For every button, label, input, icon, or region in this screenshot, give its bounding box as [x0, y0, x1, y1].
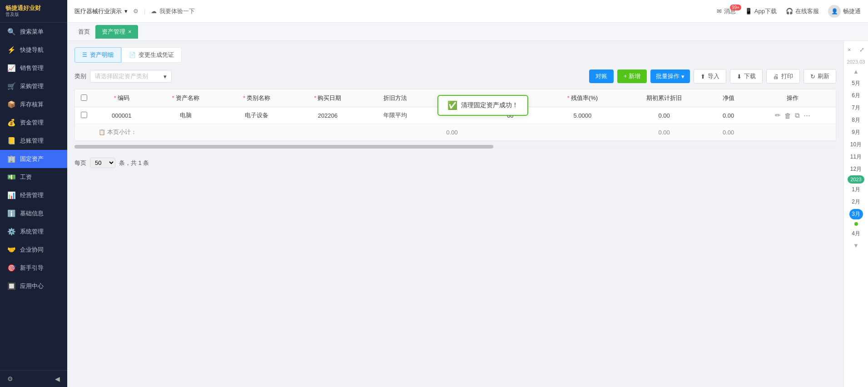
cell-actions: ✏ 🗑 ⧉ ⋯	[749, 107, 836, 124]
refresh-label: 刷新	[818, 72, 829, 80]
message-btn[interactable]: ✉ 消息 99+	[717, 7, 736, 15]
online-service-btn[interactable]: 🎧 在线客服	[786, 7, 819, 15]
sidebar-icon-basic-info: ℹ️	[7, 209, 15, 218]
sidebar-item-quick-nav[interactable]: ⚡快捷导航	[0, 41, 67, 59]
message-badge: 99+	[730, 5, 741, 10]
sidebar-item-sales[interactable]: 📈销售管理	[0, 59, 67, 77]
th-category: *类别名称	[221, 89, 292, 107]
sidebar-icon-app-center: 🔲	[7, 282, 15, 290]
month-item-1[interactable]: 1月	[844, 184, 868, 196]
batch-ops-label: 批量操作	[656, 72, 680, 80]
scroll-down-icon[interactable]: ▼	[844, 240, 868, 251]
edit-icon[interactable]: ✏	[775, 111, 781, 119]
category-filter[interactable]: 请选择固定资产类别 ▾	[90, 70, 172, 83]
sidebar-icon-enterprise: 🤝	[7, 246, 15, 254]
toolbar: 类别 请选择固定资产类别 ▾ 对账 + 新增 批量操作 ▾	[74, 69, 836, 84]
reconcile-btn[interactable]: 对账	[589, 69, 614, 83]
th-net-value: 净值	[707, 89, 749, 107]
sidebar-item-ledger[interactable]: 📒总账管理	[0, 132, 67, 150]
subtotal-icon: 📋	[99, 129, 105, 135]
reconcile-label: 对账	[595, 72, 607, 80]
select-all-checkbox[interactable]	[81, 94, 87, 101]
sidebar-item-payroll[interactable]: 💵工资	[0, 168, 67, 186]
row-checkbox[interactable]	[81, 112, 87, 118]
phone-icon: 📱	[745, 8, 752, 15]
main-area: 医疗器械行业演示 ▾ ⚙ | ☁ 我要体验一下 ✉ 消息 99+ 📱 App下载…	[67, 0, 868, 387]
new-btn[interactable]: + 新增	[617, 69, 647, 83]
horizontal-scrollbar[interactable]	[74, 145, 836, 149]
refresh-btn[interactable]: ↻ 刷新	[804, 69, 836, 84]
tab-home[interactable]: 首页	[74, 25, 94, 39]
headset-icon: 🎧	[786, 8, 793, 15]
more-icon[interactable]: ⋯	[804, 111, 810, 119]
month-item-8[interactable]: 8月	[844, 114, 868, 126]
sidebar-icon-inventory: 📦	[7, 100, 15, 109]
sidebar-icon-quick-nav: ⚡	[7, 46, 15, 54]
sidebar-item-basic-info[interactable]: ℹ️基础信息	[0, 204, 67, 223]
import-btn[interactable]: ⬆ 导入	[694, 69, 726, 84]
scroll-indicator	[854, 222, 858, 226]
month-item-5[interactable]: 5月	[844, 77, 868, 89]
download-btn[interactable]: ⬇ 下载	[730, 69, 763, 84]
filter-label: 类别	[74, 72, 86, 80]
collapse-icon[interactable]: ◀	[55, 375, 60, 382]
batch-ops-btn[interactable]: 批量操作 ▾	[650, 69, 690, 83]
company-name: 医疗器械行业演示	[74, 7, 122, 15]
copy-icon[interactable]: ⧉	[795, 111, 800, 119]
month-item-7[interactable]: 7月	[844, 102, 868, 114]
month-item-6[interactable]: 6月	[844, 89, 868, 102]
sidebar-item-fixed-assets[interactable]: 🏢固定资产	[0, 150, 67, 168]
th-action: 操作	[749, 89, 836, 107]
sidebar-item-inventory[interactable]: 📦库存核算	[0, 95, 67, 114]
tab-close-icon[interactable]: ×	[128, 28, 132, 35]
month-item-12[interactable]: 12月	[844, 163, 868, 175]
subtotal-initial: 0.00	[621, 124, 707, 141]
print-btn[interactable]: 🖨 打印	[766, 69, 800, 84]
th-name: *资产名称	[150, 89, 221, 107]
tab-active-label: 资产管理	[102, 28, 125, 36]
month-item-11[interactable]: 11月	[844, 151, 868, 163]
sidebar-item-enterprise[interactable]: 🤝企业协同	[0, 241, 67, 259]
cell-residual-rate: 5.0000	[544, 107, 621, 124]
month-item-4[interactable]: 4月	[844, 228, 868, 240]
experience-btn[interactable]: ☁ 我要体验一下	[151, 7, 195, 15]
user-avatar-area[interactable]: 👤 畅捷通	[828, 5, 861, 18]
content: ☰ 资产明细 📄 变更生成凭证 类别 请选择固定资产类别 ▾	[67, 41, 868, 387]
scroll-up-icon[interactable]: ▲	[844, 66, 868, 77]
sidebar-item-operations[interactable]: 📊经营管理	[0, 186, 67, 204]
document-icon: 📄	[129, 52, 136, 58]
sidebar-header: 畅捷通好业财 普及版	[0, 0, 67, 23]
app-download-btn[interactable]: 📱 App下载	[745, 7, 777, 15]
cell-category: 电子设备	[221, 107, 292, 124]
th-initial-depreciation: 期初累计折旧	[621, 89, 707, 107]
sidebar-item-purchase[interactable]: 🛒采购管理	[0, 77, 67, 95]
cell-initial-depreciation: 0.00	[621, 107, 707, 124]
sub-tab-change-voucher[interactable]: 📄 变更生成凭证	[121, 47, 182, 63]
sidebar-item-app-center[interactable]: 🔲应用中心	[0, 277, 67, 295]
cloud-icon: ☁	[151, 8, 157, 15]
close-panel-icon[interactable]: ×	[848, 46, 851, 53]
per-page-select[interactable]: 50 100 200	[90, 158, 115, 168]
sidebar-label-enterprise: 企业协同	[20, 246, 44, 254]
sub-tabs: ☰ 资产明细 📄 变更生成凭证	[74, 47, 836, 63]
month-item-9[interactable]: 9月	[844, 126, 868, 139]
settings-icon[interactable]: ⚙	[7, 375, 13, 382]
sidebar-item-search[interactable]: 🔍搜索菜单	[0, 23, 67, 41]
scrollbar-thumb[interactable]	[74, 145, 493, 149]
month-item-10[interactable]: 10月	[844, 139, 868, 151]
gear-icon[interactable]: ⚙	[133, 8, 139, 15]
sidebar-label-app-center: 应用中心	[20, 282, 44, 290]
expand-panel-icon[interactable]: ⤢	[859, 46, 864, 53]
month-item-3[interactable]: 3月	[849, 209, 863, 219]
total-label: 条，共 1 条	[119, 159, 149, 167]
sidebar-label-inventory: 库存核算	[20, 100, 44, 109]
content-main: ☰ 资产明细 📄 变更生成凭证 类别 请选择固定资产类别 ▾	[67, 41, 843, 387]
company-selector[interactable]: 医疗器械行业演示 ▾	[74, 7, 128, 15]
delete-icon[interactable]: 🗑	[784, 112, 791, 119]
sub-tab-asset-detail[interactable]: ☰ 资产明细	[74, 47, 121, 63]
tab-asset-management[interactable]: 资产管理 ×	[95, 25, 138, 39]
month-item-2[interactable]: 2月	[844, 196, 868, 208]
sidebar-item-system[interactable]: ⚙️系统管理	[0, 223, 67, 241]
sidebar-item-guide[interactable]: 🎯新手引导	[0, 259, 67, 277]
sidebar-item-fund[interactable]: 💰资金管理	[0, 114, 67, 132]
